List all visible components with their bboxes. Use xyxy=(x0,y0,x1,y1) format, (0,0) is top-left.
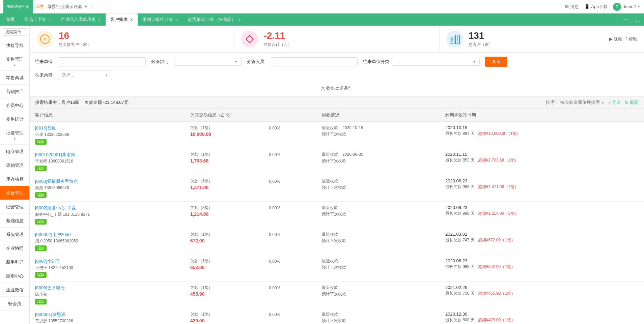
cell-debt-count: 欠款（1笔） 429.00 xyxy=(185,308,264,324)
cell-recovery: 最近收款 预计下次收款 xyxy=(316,255,440,282)
tab-products[interactable]: 商品上下架 ✕ xyxy=(20,13,56,26)
sidebar-item-retail-mall[interactable]: 零售商城 xyxy=(0,71,29,85)
overdue-date: 2020.06.23 xyxy=(445,205,639,210)
recovery-last: 最近收款 2020-10-15 xyxy=(322,125,435,131)
overdue-link[interactable]: 超期¥672.00（1笔） xyxy=(478,238,515,242)
tab-purchase-order[interactable]: 采购订单统计表 ✕ xyxy=(138,13,183,26)
result-summary: 搜索结果中，客户16家 欠款金额 -21,148.07元 xyxy=(35,99,129,106)
tab-production[interactable]: 产成品入库单历史 ✕ xyxy=(56,13,106,26)
sidebar-item-enterprise-coop[interactable]: 企业协同 xyxy=(0,241,29,255)
sidebar-item-retail-mgmt[interactable]: 零售管理 ▲ xyxy=(0,52,29,71)
tab-customer-account-close[interactable]: ✕ xyxy=(130,18,133,22)
sidebar-item-retail-stats[interactable]: 零售统计 xyxy=(0,112,29,126)
sidebar-item-pro-member[interactable]: 畅会员 xyxy=(0,297,29,311)
app-download-button[interactable]: 📱 App下载 xyxy=(584,4,608,10)
customer-phone: 服务中心_丁磊 181 0125 8371 xyxy=(35,212,179,217)
branch-dept-select[interactable]: ▼ xyxy=(174,58,242,66)
search-input[interactable] xyxy=(3,28,27,36)
tab-purchase-order-close[interactable]: ✕ xyxy=(175,18,178,22)
overdue-days: 最长欠款 808 天 超期¥429.00（1笔） xyxy=(445,317,639,323)
customer-name-link[interactable]: [0003]畅捷服务尹海燕 xyxy=(35,178,179,184)
debt-percent: 0.00% xyxy=(269,179,311,184)
tab-purchase-stats-close[interactable]: ✕ xyxy=(238,18,241,22)
overdue-days: 最长欠款 750 天 超期¥455.90（1笔） xyxy=(445,291,639,296)
tab-production-close[interactable]: ✕ xyxy=(98,18,101,22)
overdue-link[interactable]: 超期¥652.00（1笔） xyxy=(478,264,515,269)
customer-name-link[interactable]: [0016]吕俊 xyxy=(35,125,179,131)
overdue-link[interactable]: 超期¥1,214.00（3笔） xyxy=(478,211,519,216)
debt-amount: 429.00 xyxy=(190,318,258,323)
customer-name-link[interactable]: [000001]黄思源 xyxy=(35,312,179,318)
customer-phone: 黄思源 13552700226 xyxy=(35,318,179,324)
tab-purchase-stats[interactable]: 进货单统计表（按商品） ✕ xyxy=(183,13,246,26)
overdue-link[interactable]: 超期¥429.00（1笔） xyxy=(478,318,515,322)
customer-tag: 现款 xyxy=(35,272,47,278)
sort-chevron-icon: ▼ xyxy=(601,101,605,105)
debt-count: 欠款（1笔） xyxy=(190,125,258,131)
chevron-down-unit-icon: ▼ xyxy=(473,60,476,64)
user-profile[interactable]: D demo2 ▼ xyxy=(613,3,641,11)
overdue-link[interactable]: 超期¥10,000.00（1笔） xyxy=(478,131,521,136)
customer-name-link[interactable]: [0001020001]李老师 xyxy=(35,152,179,158)
overdue-link[interactable]: 超期¥455.90（1笔） xyxy=(478,291,515,296)
sidebar-item-enterprise-wechat[interactable]: 企业微信 xyxy=(0,283,29,297)
export-button[interactable]: ↑ 导出 xyxy=(609,99,621,106)
customer-name-link[interactable]: [0002]服务中心_丁磊 xyxy=(35,205,179,211)
sidebar-item-ecommerce[interactable]: 电商管理 xyxy=(0,145,29,158)
table-wrapper: 客户信息 欠款交易信息（占比） 回收情况 到期未收款日期 [0016]吕俊 吕俊… xyxy=(30,109,644,324)
balance-select[interactable]: 选择... ▼ xyxy=(58,70,112,80)
refresh-button[interactable]: ↻ 刷新 xyxy=(625,99,639,106)
nav-maximize[interactable]: ⛶ xyxy=(633,17,643,23)
video-action[interactable]: ▶视频 xyxy=(609,36,622,42)
body-area: 快捷导航 零售管理 ▲ 零售商城 营销推广 会员中心 零售统计 批发管理 ▼ xyxy=(0,26,644,324)
customer-name-link[interactable]: [0006]去下粮仓 xyxy=(35,285,179,291)
sidebar-item-batch-mgmt[interactable]: 批发管理 ▼ xyxy=(0,126,29,145)
nav-right-icons: — ⛶ xyxy=(621,17,643,23)
sidebar-item-system[interactable]: 系统管理 xyxy=(0,228,29,241)
debt-customers-number: 16 xyxy=(59,30,91,41)
customer-phone: 用户2050 18665062050 xyxy=(35,238,179,244)
sidebar-item-inventory[interactable]: 库存核算 xyxy=(0,172,29,186)
unit-category-select[interactable]: ▼ xyxy=(392,58,480,66)
sidebar-item-new-guide[interactable]: 新手引导 xyxy=(0,255,29,269)
industry-selector[interactable]: 母婴行业演示账套 ▼ xyxy=(44,4,92,10)
overdue-link[interactable]: 超期¥1,703.68（1笔） xyxy=(478,158,519,163)
branch-person-input[interactable]: ... xyxy=(270,57,358,66)
sidebar-item-member[interactable]: 会员中心 xyxy=(0,98,29,112)
sort-select[interactable]: 排序： 按欠款金额倒序排序 ▼ xyxy=(546,99,605,106)
nav-minimize[interactable]: — xyxy=(621,17,631,23)
collapse-filters-button[interactable]: ⋀ 收起更多条件 xyxy=(35,84,639,92)
tab-customer-account[interactable]: 客户账本 ✕ xyxy=(106,13,138,26)
source-unit-input[interactable]: ... xyxy=(58,57,146,66)
overdue-days: 最长欠款 853 天 超期¥1,703.68（1笔） xyxy=(445,157,639,163)
help-action[interactable]: ?帮助 xyxy=(625,36,637,42)
cell-customer-info: [0006]去下粮仓 陈小希 现款 xyxy=(30,282,185,308)
tab-products-close[interactable]: ✕ xyxy=(48,18,51,22)
filter-unit-category-label: 往来单位分类 xyxy=(363,59,389,65)
overdue-date: 2021.02.26 xyxy=(445,285,639,290)
customer-name-link[interactable]: [0007]小进千 xyxy=(35,258,179,264)
tab-home[interactable]: 首页 xyxy=(1,13,20,26)
overdue-link[interactable]: 超期¥1,471.00（1笔） xyxy=(478,184,519,189)
debt-percent: 0.00% xyxy=(269,286,311,290)
cell-debt-count: 欠款（1笔） 1,471.00 xyxy=(185,175,264,202)
cell-overdue: 2020.06.23 最长欠款 998 天 超期¥1,214.00（3笔） xyxy=(440,202,644,228)
cell-overdue: 2020.06.23 最长欠款 998 天 超期¥1,471.00（1笔） xyxy=(440,175,644,202)
building-icon xyxy=(446,31,463,48)
message-button[interactable]: ✉ 消息 xyxy=(565,4,579,10)
query-button[interactable]: 查询 xyxy=(485,57,507,67)
sidebar-item-app-center[interactable]: 应用中心 xyxy=(0,269,29,283)
customer-name-link[interactable]: [000002]用户2050 xyxy=(35,232,179,238)
sidebar-item-basic-info[interactable]: 基础信息 xyxy=(0,214,29,228)
app-name: 示意 xyxy=(33,4,44,9)
sidebar-item-capital[interactable]: 资金管理 xyxy=(0,186,29,200)
cell-customer-info: [000002]用户2050 用户2050 18665062050 现款 xyxy=(30,228,185,255)
stat-info-debt-customers: 16 总欠款客户（家） xyxy=(59,30,91,48)
sidebar-item-quick-nav: 快捷导航 xyxy=(0,38,29,52)
cell-recovery: 最近收款 2020-10-15 预计下次收款 xyxy=(316,122,440,148)
debt-amount: 455.90 xyxy=(190,291,258,297)
sidebar-item-ops[interactable]: 经营管理 xyxy=(0,200,29,214)
sidebar-item-marketing[interactable]: 营销推广 xyxy=(0,85,29,98)
sidebar-item-purchase[interactable]: 采购管理 xyxy=(0,158,29,172)
debt-count: 欠款（1笔） xyxy=(190,285,258,291)
